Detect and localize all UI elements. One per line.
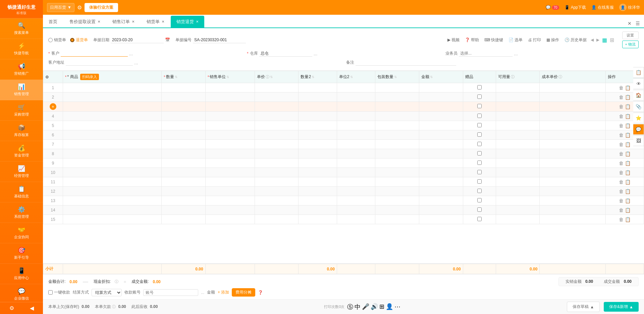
salesperson-select-btn[interactable]: ... (514, 51, 518, 56)
product-cell[interactable] (63, 149, 161, 159)
qty-cell[interactable] (161, 168, 205, 177)
gift-checkbox-new[interactable] (477, 104, 482, 108)
product-cell[interactable] (63, 130, 161, 140)
select-btn[interactable]: 📄 选单 (507, 37, 524, 44)
price-cell[interactable] (255, 187, 299, 196)
th-settings[interactable]: ⚙ (43, 71, 63, 83)
amount-cell[interactable] (419, 159, 463, 168)
price-cell[interactable] (255, 149, 299, 159)
date-input[interactable]: 2023-03-20 (111, 37, 164, 43)
pkgqty-sort-icon[interactable]: ⇅ (394, 75, 397, 79)
pkgqty-cell[interactable] (375, 215, 419, 224)
operate-btn[interactable]: ▦ 操作 (545, 37, 560, 44)
gift-cell[interactable] (463, 130, 496, 140)
product-cell[interactable] (63, 177, 161, 187)
pkgqty-cell[interactable] (375, 92, 419, 102)
shortcut-btn[interactable]: ⌨ 快捷键 (483, 37, 504, 44)
amount-cell[interactable] (419, 121, 463, 130)
right-panel-icon-2[interactable]: 👁 (633, 78, 644, 89)
customer-input[interactable] (61, 50, 128, 57)
unit2-cell[interactable] (337, 121, 375, 130)
unit2-cell[interactable] (337, 159, 375, 168)
unit2-cell[interactable] (337, 187, 375, 196)
amount-cell[interactable] (419, 92, 463, 102)
sidebar-item-search[interactable]: 🔍 搜索菜单 (0, 18, 43, 39)
gift-cell[interactable] (463, 159, 496, 168)
gift-checkbox[interactable] (477, 161, 482, 165)
address-select-btn[interactable]: ... (134, 60, 138, 65)
unit-cell[interactable] (205, 196, 255, 205)
product-cell[interactable] (63, 140, 161, 149)
list-view-icon[interactable]: ▦ (602, 37, 607, 43)
pkgqty-cell[interactable] (375, 83, 419, 92)
pkgqty-cell[interactable] (375, 130, 419, 140)
qty-cell[interactable] (161, 130, 205, 140)
radio-return-input[interactable] (70, 38, 74, 42)
qty2-cell[interactable] (299, 215, 337, 224)
unit2-cell[interactable] (337, 149, 375, 159)
tab-menu-icon[interactable]: ☰ (634, 19, 641, 27)
tab-sales-order[interactable]: 销售订单 ✕ (107, 16, 140, 27)
qty2-cell[interactable] (299, 196, 337, 205)
qty2-cell[interactable] (299, 177, 337, 187)
gift-checkbox[interactable] (477, 217, 482, 221)
product-cell[interactable] (63, 121, 161, 130)
price-cell[interactable] (255, 177, 299, 187)
pkgqty-cell[interactable] (375, 112, 419, 121)
settings-icon[interactable]: ⚙ (77, 4, 82, 11)
settings-bottom-icon[interactable]: ⚙ (9, 305, 14, 311)
gift-cell[interactable] (463, 92, 496, 102)
unit-cell[interactable] (205, 159, 255, 168)
delete-row-icon[interactable]: 🗑 (619, 85, 624, 90)
grid-view-icon[interactable]: ⊞ (610, 37, 614, 43)
amount-cell[interactable] (419, 140, 463, 149)
account-dots-btn[interactable]: ... (201, 290, 204, 295)
amount-sort-icon[interactable]: ⇅ (430, 75, 433, 79)
salesperson-input[interactable] (459, 50, 513, 57)
gift-checkbox[interactable] (477, 179, 482, 184)
product-cell[interactable] (63, 83, 161, 92)
amount-cell[interactable] (419, 187, 463, 196)
qty-cell[interactable] (161, 196, 205, 205)
tab-sales-order-close[interactable]: ✕ (132, 20, 135, 23)
qty2-cell[interactable] (299, 121, 337, 130)
pkgqty-cell[interactable] (375, 187, 419, 196)
radio-sales-input[interactable] (48, 38, 53, 42)
product-cell[interactable] (63, 92, 161, 102)
gift-cell[interactable] (463, 205, 496, 215)
scan-btn[interactable]: 扫码录入 (80, 74, 99, 80)
delete-row-icon[interactable]: 🗑 (619, 179, 624, 185)
gift-cell[interactable] (463, 187, 496, 196)
unit-cell[interactable] (205, 92, 255, 102)
price-cell[interactable] (255, 215, 299, 224)
copy-row-icon[interactable]: 📋 (625, 207, 631, 213)
pkgqty-cell[interactable] (375, 205, 419, 215)
table-icon[interactable]: ⊞ (379, 303, 384, 311)
copy-row-icon[interactable]: 📋 (625, 161, 631, 166)
qty-cell-new[interactable] (161, 102, 205, 112)
delete-row-icon[interactable]: 🗑 (619, 161, 624, 166)
gift-cell[interactable] (463, 177, 496, 187)
price-cell-new[interactable] (255, 102, 299, 112)
sidebar-item-purchase[interactable]: 🛒 采购管理 (0, 100, 43, 121)
logistics-btn[interactable]: + 物流 (622, 41, 639, 48)
copy-row-icon[interactable]: 📋 (625, 132, 631, 138)
gift-cell[interactable] (463, 112, 496, 121)
sidebar-item-operations[interactable]: 📈 经营管理 (0, 162, 43, 182)
gift-checkbox[interactable] (477, 123, 482, 127)
qty-cell[interactable] (161, 205, 205, 215)
price-cell[interactable] (255, 168, 299, 177)
copy-row-icon[interactable]: 📋 (625, 217, 631, 222)
delete-row-icon[interactable]: 🗑 (619, 170, 624, 175)
copy-row-icon[interactable]: 📋 (625, 104, 631, 109)
copy-row-icon[interactable]: 📋 (625, 95, 631, 100)
delete-row-icon[interactable]: 🗑 (619, 132, 624, 138)
price-cell[interactable] (255, 140, 299, 149)
gift-checkbox[interactable] (477, 170, 482, 174)
qty-cell[interactable] (161, 149, 205, 159)
qty-cell[interactable] (161, 159, 205, 168)
pkgqty-cell[interactable] (375, 149, 419, 159)
right-panel-icon-6[interactable]: 💬 (633, 124, 644, 135)
qty-cell[interactable] (161, 177, 205, 187)
gift-cell[interactable] (463, 149, 496, 159)
